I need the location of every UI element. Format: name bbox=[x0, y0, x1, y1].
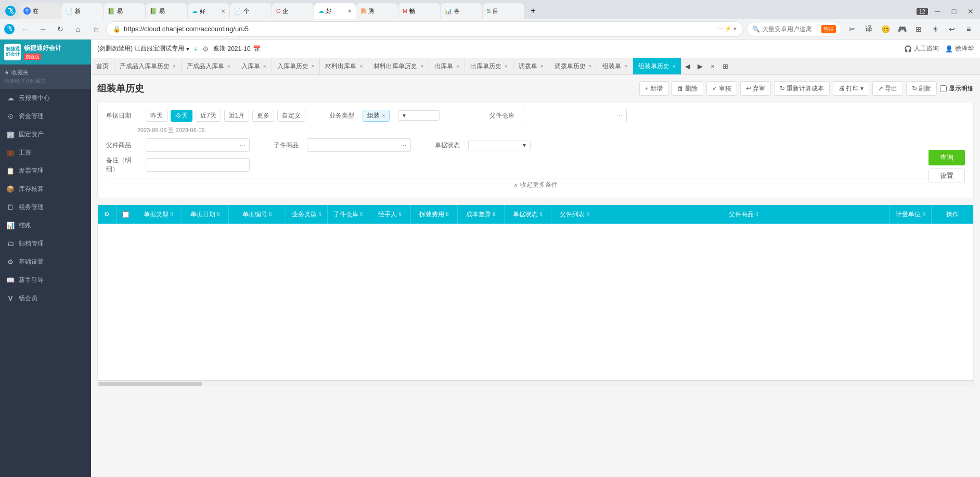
browser-tab-10[interactable]: M 畅 bbox=[398, 3, 440, 19]
date-btn-yesterday[interactable]: 昨天 bbox=[146, 110, 167, 122]
nav-item-fund[interactable]: ⊙ 资金管理 bbox=[0, 107, 91, 125]
tab-close-11[interactable]: × bbox=[624, 63, 627, 69]
search-input[interactable] bbox=[762, 25, 819, 33]
th-child-warehouse[interactable]: 子件仓库 ⇅ bbox=[328, 205, 369, 224]
th-checkbox[interactable] bbox=[117, 205, 135, 224]
nav-item-invoice[interactable]: 📋 发票管理 bbox=[0, 162, 91, 180]
tab-close-5[interactable]: × bbox=[359, 63, 363, 69]
th-unit[interactable]: 计量单位 ⇅ bbox=[890, 205, 932, 224]
date-btn-1month[interactable]: 近1月 bbox=[224, 110, 250, 122]
nav-item-member[interactable]: V 畅会员 bbox=[0, 289, 91, 307]
maximize-btn[interactable]: □ bbox=[947, 4, 961, 19]
translate-btn[interactable]: 译 bbox=[861, 22, 876, 36]
browser-tab-1[interactable]: 在 在 bbox=[19, 3, 61, 19]
parent-product-input[interactable]: ··· bbox=[146, 138, 250, 152]
th-parent-product[interactable]: 父件商品 ⇅ bbox=[598, 205, 890, 224]
export-btn[interactable]: ↗ 导出 bbox=[872, 81, 903, 96]
th-bill-status[interactable]: 单据状态 ⇅ bbox=[505, 205, 551, 224]
print-btn[interactable]: 🖨 打印 ▾ bbox=[833, 81, 869, 96]
note-input[interactable] bbox=[146, 158, 250, 172]
parent-warehouse-input[interactable]: ··· bbox=[523, 109, 627, 122]
page-tab-8[interactable]: 出库单历史 × bbox=[465, 58, 513, 75]
grid-btn[interactable]: ⊞ bbox=[911, 22, 926, 36]
display-detail-label[interactable]: 显示明细 bbox=[940, 84, 974, 93]
tabs-close-all-btn[interactable]: × bbox=[706, 58, 719, 75]
child-product-input[interactable]: ··· bbox=[307, 138, 411, 152]
back-btn[interactable]: ← bbox=[18, 22, 32, 36]
date-btn-more[interactable]: 更多 bbox=[252, 110, 274, 122]
biz-type-tag-close[interactable]: × bbox=[382, 113, 385, 119]
browser-tab-2[interactable]: 📄 新 bbox=[61, 3, 103, 19]
search-bar[interactable]: 🔍 热搜 bbox=[746, 22, 842, 36]
delete-btn[interactable]: 🗑 删除 bbox=[672, 81, 703, 96]
th-biz-type[interactable]: 业务类型 ⇅ bbox=[286, 205, 328, 224]
tabs-prev-btn[interactable]: ◀ bbox=[681, 58, 694, 75]
tabs-next-btn[interactable]: ▶ bbox=[694, 58, 706, 75]
abandon-btn[interactable]: ↩ 弃审 bbox=[740, 81, 771, 96]
nav-item-guide[interactable]: 📖 新手引导 bbox=[0, 271, 91, 289]
favorites-title[interactable]: ★ 收藏夹 bbox=[4, 69, 87, 76]
page-tab-1[interactable]: 产成品入库单历史 × bbox=[114, 58, 182, 75]
query-btn[interactable]: 查询 bbox=[929, 150, 965, 165]
page-tab-6[interactable]: 材料出库单历史 × bbox=[368, 58, 429, 75]
more-dots[interactable]: ··· bbox=[617, 112, 622, 119]
tab-close-3[interactable]: × bbox=[263, 63, 266, 69]
company-selector[interactable]: (勿删勿禁用) 江西服宝测试专用 ▾ bbox=[97, 44, 189, 53]
nav-item-inventory[interactable]: 📦 库存核算 bbox=[0, 180, 91, 198]
tab-close-1[interactable]: × bbox=[173, 63, 176, 69]
biz-type-dropdown[interactable]: ▾ bbox=[398, 110, 440, 121]
nav-item-salary[interactable]: 💼 工资 bbox=[0, 144, 91, 162]
recalc-btn[interactable]: ↻ 重新计算成本 bbox=[774, 81, 830, 96]
th-parent-list[interactable]: 父件列表 ⇅ bbox=[551, 205, 598, 224]
game-btn[interactable]: 🎮 bbox=[895, 22, 909, 36]
tab-close-4[interactable]: × bbox=[312, 63, 315, 69]
browser-tab-4[interactable]: 📗 易 bbox=[146, 3, 187, 19]
parent-product-field[interactable] bbox=[150, 141, 238, 149]
nav-item-cloud-report[interactable]: ☁ 云报表中心 bbox=[0, 89, 91, 107]
th-settings[interactable]: ⚙ bbox=[98, 205, 117, 224]
nav-item-tax[interactable]: 🗒 税务管理 bbox=[0, 198, 91, 216]
tab-close-8[interactable]: ✕ bbox=[347, 8, 352, 14]
close-btn[interactable]: ✕ bbox=[963, 4, 978, 19]
tab-close-10[interactable]: × bbox=[589, 63, 592, 69]
company-settings-btn[interactable]: ⚙ bbox=[202, 45, 209, 53]
th-bill-type[interactable]: 单据类型 ⇅ bbox=[135, 205, 182, 224]
service-btn[interactable]: 🎧 人工咨询 bbox=[904, 44, 939, 53]
nav-item-fixed-assets[interactable]: 🏢 固定资产 bbox=[0, 125, 91, 144]
scissors-btn[interactable]: ✂ bbox=[845, 22, 859, 36]
browser-tab-9[interactable]: 腾 腾 bbox=[356, 3, 398, 19]
nav-item-settings[interactable]: ⚙ 基础设置 bbox=[0, 253, 91, 271]
browser-tab-6[interactable]: 📄 个 bbox=[230, 3, 272, 19]
browser-tab-7[interactable]: C 企 bbox=[272, 3, 314, 19]
page-tab-home[interactable]: 首页 bbox=[91, 58, 114, 75]
settings-btn[interactable]: 设置 bbox=[929, 169, 965, 183]
page-tab-10[interactable]: 调拨单历史 × bbox=[549, 58, 598, 75]
bill-status-dropdown[interactable]: ▾ bbox=[468, 140, 531, 150]
refresh-btn[interactable]: ↻ 刷新 bbox=[906, 81, 937, 96]
scrollbar-thumb[interactable] bbox=[98, 382, 202, 386]
date-btn-today[interactable]: 今天 bbox=[171, 110, 192, 122]
page-tab-12[interactable]: 组装单历史 × bbox=[633, 58, 681, 75]
page-tab-3[interactable]: 入库单 × bbox=[236, 58, 272, 75]
page-tab-4[interactable]: 入库单历史 × bbox=[272, 58, 320, 75]
tab-close-12[interactable]: × bbox=[673, 63, 676, 69]
browser-tab-11[interactable]: 📊 各 bbox=[441, 3, 482, 19]
date-btn-custom[interactable]: 自定义 bbox=[277, 110, 305, 122]
audit-btn[interactable]: ✓ 审核 bbox=[706, 81, 737, 96]
parent-product-more[interactable]: ··· bbox=[240, 141, 245, 149]
menu-btn[interactable]: ≡ bbox=[961, 22, 976, 36]
scrollbar-area[interactable] bbox=[97, 380, 974, 386]
nav-item-archive[interactable]: 🗂 归档管理 bbox=[0, 235, 91, 253]
emoji-btn[interactable]: 😊 bbox=[878, 22, 893, 36]
reload-btn[interactable]: ↻ bbox=[53, 22, 68, 36]
add-company-btn[interactable]: + bbox=[194, 45, 198, 53]
browser-tab-3[interactable]: 📗 易 bbox=[104, 3, 145, 19]
page-tab-9[interactable]: 调拨单 × bbox=[513, 58, 549, 75]
nav-item-checkout[interactable]: 📊 结账 bbox=[0, 216, 91, 235]
child-product-field[interactable] bbox=[312, 141, 399, 149]
browser-tab-8[interactable]: ☁ 好 ✕ bbox=[314, 3, 356, 19]
tab-close-2[interactable]: × bbox=[227, 63, 230, 69]
display-detail-checkbox[interactable] bbox=[940, 85, 947, 92]
child-product-more[interactable]: ··· bbox=[401, 141, 406, 149]
new-tab-button[interactable]: + bbox=[525, 3, 541, 19]
